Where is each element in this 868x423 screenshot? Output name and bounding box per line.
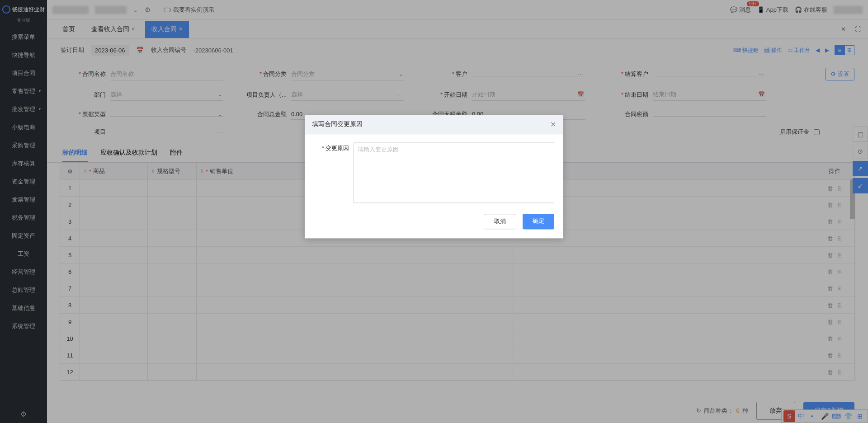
modal-header: 填写合同变更原因 ✕ bbox=[305, 115, 563, 134]
cancel-button[interactable]: 取消 bbox=[484, 214, 516, 229]
change-reason-modal: 填写合同变更原因 ✕ 变更原因 取消 确定 bbox=[305, 115, 563, 238]
reason-textarea[interactable] bbox=[354, 142, 554, 203]
modal-close-button[interactable]: ✕ bbox=[550, 120, 556, 129]
ok-button[interactable]: 确定 bbox=[523, 214, 554, 229]
reason-label: 变更原因 bbox=[314, 142, 349, 203]
modal-title: 填写合同变更原因 bbox=[312, 121, 363, 129]
